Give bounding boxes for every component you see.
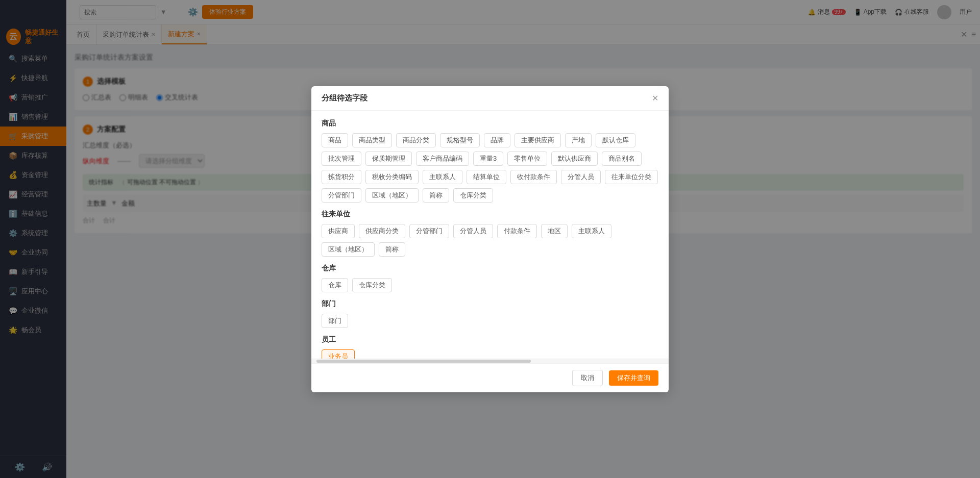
tag-product-11[interactable]: 重量3 <box>473 152 503 166</box>
tag-product-24[interactable]: 简称 <box>423 188 449 203</box>
tag-dept-0[interactable]: 部门 <box>322 314 348 328</box>
section-title-dept: 部门 <box>322 299 658 309</box>
tag-partner-2[interactable]: 分管部门 <box>409 224 449 238</box>
tag-partner-7[interactable]: 区域（地区） <box>322 242 375 257</box>
warehouse-tags: 仓库 仓库分类 <box>322 278 658 292</box>
section-title-warehouse: 仓库 <box>322 264 658 273</box>
tag-partner-6[interactable]: 主联系人 <box>572 224 611 238</box>
tag-product-5[interactable]: 主要供应商 <box>514 133 561 147</box>
product-tags: 商品 商品类型 商品分类 规格型号 品牌 主要供应商 产地 默认仓库 批次管理 … <box>322 133 658 203</box>
tag-partner-8[interactable]: 简称 <box>379 242 405 257</box>
tag-product-6[interactable]: 产地 <box>565 133 592 147</box>
tag-warehouse-1[interactable]: 仓库分类 <box>352 278 392 292</box>
tag-warehouse-0[interactable]: 仓库 <box>322 278 348 292</box>
tag-partner-3[interactable]: 分管人员 <box>453 224 493 238</box>
modal-title: 分组待选字段 <box>322 93 368 103</box>
tag-partner-5[interactable]: 地区 <box>541 224 568 238</box>
tag-product-22[interactable]: 分管部门 <box>322 188 361 203</box>
tag-product-4[interactable]: 品牌 <box>484 133 510 147</box>
tag-product-23[interactable]: 区域（地区） <box>365 188 419 203</box>
modal-overlay: 分组待选字段 ✕ 商品 商品 商品类型 商品分类 规格型号 品牌 主要供应商 产… <box>0 0 980 478</box>
tag-partner-0[interactable]: 供应商 <box>322 224 355 238</box>
tag-product-25[interactable]: 仓库分类 <box>453 188 493 203</box>
tag-product-18[interactable]: 结算单位 <box>467 170 506 184</box>
tag-product-8[interactable]: 批次管理 <box>322 152 361 166</box>
tag-product-13[interactable]: 默认供应商 <box>551 152 598 166</box>
hscroll-thumb[interactable] <box>316 360 531 363</box>
staff-tags: 业务员 <box>322 349 658 359</box>
tag-product-21[interactable]: 往来单位分类 <box>605 170 658 184</box>
cancel-button[interactable]: 取消 <box>572 370 603 386</box>
confirm-button[interactable]: 保存并查询 <box>609 370 658 386</box>
tag-product-3[interactable]: 规格型号 <box>440 133 480 147</box>
modal-header: 分组待选字段 ✕ <box>311 86 669 111</box>
modal-close-icon[interactable]: ✕ <box>652 93 658 103</box>
section-title-product: 商品 <box>322 119 658 128</box>
modal-horizontal-scrollbar[interactable] <box>311 359 669 363</box>
tag-product-15[interactable]: 拣货积分 <box>322 170 361 184</box>
tag-partner-1[interactable]: 供应商分类 <box>359 224 405 238</box>
tag-product-16[interactable]: 税收分类编码 <box>365 170 419 184</box>
dept-tags: 部门 <box>322 314 658 328</box>
tag-product-7[interactable]: 默认仓库 <box>596 133 635 147</box>
tag-product-12[interactable]: 零售单位 <box>507 152 547 166</box>
section-title-staff: 员工 <box>322 335 658 344</box>
tag-product-17[interactable]: 主联系人 <box>423 170 462 184</box>
partner-tags: 供应商 供应商分类 分管部门 分管人员 付款条件 地区 主联系人 区域（地区） … <box>322 224 658 257</box>
tag-partner-4[interactable]: 付款条件 <box>497 224 537 238</box>
modal-footer: 取消 保存并查询 <box>311 363 669 392</box>
section-title-partner: 往来单位 <box>322 210 658 219</box>
tag-product-1[interactable]: 商品类型 <box>352 133 392 147</box>
tag-staff-0[interactable]: 业务员 <box>322 349 355 359</box>
tag-product-2[interactable]: 商品分类 <box>396 133 436 147</box>
modal: 分组待选字段 ✕ 商品 商品 商品类型 商品分类 规格型号 品牌 主要供应商 产… <box>311 86 669 392</box>
tag-product-20[interactable]: 分管人员 <box>561 170 601 184</box>
modal-body[interactable]: 商品 商品 商品类型 商品分类 规格型号 品牌 主要供应商 产地 默认仓库 批次… <box>311 111 669 359</box>
tag-product-0[interactable]: 商品 <box>322 133 348 147</box>
tag-product-10[interactable]: 客户商品编码 <box>416 152 469 166</box>
tag-product-14[interactable]: 商品别名 <box>602 152 642 166</box>
tag-product-19[interactable]: 收付款条件 <box>510 170 557 184</box>
tag-product-9[interactable]: 保质期管理 <box>365 152 412 166</box>
